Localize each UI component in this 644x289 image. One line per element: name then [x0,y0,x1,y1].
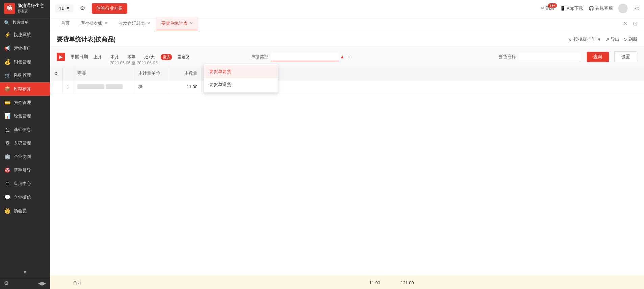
type-select-input[interactable] [271,53,339,61]
product-placeholder-2 [106,84,123,89]
date-btn-last-month[interactable]: 上月 [91,52,105,62]
print-button[interactable]: 🖨 按模板打印 ▼ [568,36,601,42]
app-center-icon: 📱 [4,180,11,187]
topbar-left: 41 ▼ ⚙ 体验行业方案 [55,3,127,14]
table-row: 1 块 11.00 [50,80,644,93]
refresh-button[interactable]: ↻ 刷新 [623,36,637,42]
industry-button[interactable]: 体验行业方案 [92,3,127,14]
sidebar-item-system[interactable]: ⚙ 系统管理 [0,136,50,150]
date-hot-more[interactable]: 更多 [161,54,172,60]
settings-icon[interactable]: ⚙ [4,280,9,286]
system-icon: ⚙ [4,140,11,147]
tab-home[interactable]: 首页 [55,17,75,30]
sidebar-scroll-down[interactable]: ▼ [0,268,50,277]
table-body: 1 块 11.00 [50,80,644,93]
th-qty: 主数量 [168,67,202,80]
sidebar-item-basic-info[interactable]: 🗂 基础信息 [0,123,50,136]
logo-text: 畅捷通好生意 标准版 [18,3,44,14]
type-select-arrow[interactable]: ▲ [340,54,345,59]
tab-order-summary[interactable]: 要货单统计表 ✕ [156,17,198,30]
tab-expand-icon[interactable]: ✕ [622,19,629,28]
settings-button[interactable]: 设置 [614,51,637,62]
tab-fullscreen-icon[interactable]: ⊡ [631,19,639,28]
print-expand-icon: ▼ [597,37,601,42]
page-title: 要货单统计表(按商品) [57,35,116,43]
filter-toggle-button[interactable]: ▶ [57,53,65,61]
td-index: 1 [63,80,73,93]
page-actions: 🖨 按模板打印 ▼ ↗ 导出 ↻ 刷新 [568,36,637,42]
table-footer-wrapper: 合计 11.00 121.00 [50,276,644,289]
sidebar-item-sales[interactable]: 💰 销售管理 [0,55,50,69]
th-empty [236,67,644,80]
app-download-button[interactable]: 📱 App下载 [560,5,583,12]
tab-batch-account[interactable]: 库存批次账 ✕ [75,17,113,30]
collapse-icon[interactable]: ◀▶ [38,280,46,286]
printer-icon: 🖨 [568,37,572,42]
date-range-display: 2023-05-06 至 2023-06-06 [110,60,158,66]
export-icon: ↗ [605,37,609,42]
operations-icon: 📊 [4,113,11,119]
filter-more-icon[interactable]: ··· [348,54,352,60]
tabs-left: 首页 库存批次账 ✕ 收发存汇总表 ✕ 要货单统计表 ✕ [55,17,198,30]
tab-close-order-summary[interactable]: ✕ [190,21,193,26]
sidebar: 畅 畅捷通好生意 标准版 🔍 搜索菜单 ⚡ 快捷导航 📢 营销推广 💰 销售管理… [0,0,50,289]
headset-icon: 🎧 [589,6,594,11]
filter-bar: ▶ 单据日期 上月 本月 本年 近7天 更多 自定义 2023-05-06 至 … [50,47,644,67]
topbar-gear-button[interactable]: ⚙ [77,3,88,14]
sidebar-item-app-center[interactable]: 📱 应用中心 [0,177,50,191]
sidebar-item-marketing[interactable]: 📢 营销推广 [0,42,50,55]
sidebar-item-finance[interactable]: 💳 资金管理 [0,96,50,109]
online-service-button[interactable]: 🎧 在线客服 [589,5,613,12]
message-button[interactable]: ✉ 消息 99+ [541,5,554,12]
data-table: ⚙ 商品 主计量单位 主数量 零售金额 1 [50,67,644,93]
page-content: 要货单统计表(按商品) 🖨 按模板打印 ▼ ↗ 导出 ↻ 刷新 [50,30,644,289]
dropdown-item-order-return[interactable]: 要货单退货 [204,78,278,91]
vip-icon: 👑 [4,207,11,214]
sidebar-item-vip[interactable]: 👑 畅会员 [0,204,50,218]
search-menu[interactable]: 🔍 搜索菜单 [0,17,50,28]
wechat-icon: 💬 [4,194,11,201]
tab-close-batch-account[interactable]: ✕ [104,21,108,26]
export-button[interactable]: ↗ 导出 [605,36,619,42]
inventory-icon: 📦 [4,86,11,92]
sidebar-item-purchase[interactable]: 🛒 采购管理 [0,69,50,82]
td-qty: 11.00 [168,80,202,93]
sidebar-nav: ⚡ 快捷导航 📢 营销推广 💰 销售管理 🛒 采购管理 📦 库存核算 💳 资金管… [0,28,50,268]
tab-close-send-receive[interactable]: ✕ [147,21,150,26]
store-selector[interactable]: 41 ▼ [55,4,73,12]
topbar: 41 ▼ ⚙ 体验行业方案 ✉ 消息 99+ 📱 App下载 🎧 在线客服 Ri… [50,0,644,17]
sidebar-item-inventory[interactable]: 📦 库存核算 [0,82,50,96]
td-unit: 块 [134,80,168,93]
th-settings[interactable]: ⚙ [50,67,63,80]
sidebar-bottom: ⚙ ◀▶ [0,277,50,289]
td-settings [50,80,63,93]
sidebar-item-operations[interactable]: 📊 经营管理 [0,109,50,123]
table-container: ⚙ 商品 主计量单位 主数量 零售金额 1 [50,67,644,93]
type-dropdown-container: ▲ 要货单要货 要货单退货 [271,53,344,61]
query-button[interactable]: 查询 [587,52,609,62]
logo-icon: 畅 [4,3,15,14]
warehouse-input[interactable] [519,53,581,61]
date-custom-btn[interactable]: 自定义 [175,53,192,61]
user-avatar[interactable] [618,4,628,13]
table-footer: 合计 11.00 121.00 [50,276,644,289]
tabs-right: ✕ ⊡ [622,19,639,28]
page-inner: 要货单统计表(按商品) 🖨 按模板打印 ▼ ↗ 导出 ↻ 刷新 [50,30,644,289]
username-label[interactable]: Rit [633,6,639,11]
page-header: 要货单统计表(按商品) 🖨 按模板打印 ▼ ↗ 导出 ↻ 刷新 [50,30,644,47]
th-unit: 主计量单位 [134,67,168,80]
guide-icon: 🎯 [4,167,11,174]
main-area: 41 ▼ ⚙ 体验行业方案 ✉ 消息 99+ 📱 App下载 🎧 在线客服 Ri… [50,0,644,289]
quick-nav-icon: ⚡ [4,31,11,38]
product-placeholder-1 [77,84,104,89]
sidebar-item-wechat[interactable]: 💬 企业微信 [0,191,50,204]
sidebar-item-enterprise[interactable]: 🏢 企业协同 [0,150,50,163]
tab-bar: 首页 库存批次账 ✕ 收发存汇总表 ✕ 要货单统计表 ✕ ✕ ⊡ [50,17,644,30]
tab-send-receive[interactable]: 收发存汇总表 ✕ [113,17,156,30]
table-header-row: ⚙ 商品 主计量单位 主数量 零售金额 [50,67,644,80]
sidebar-item-guide[interactable]: 🎯 新手引导 [0,163,50,177]
dropdown-item-order-goods[interactable]: 要货单要货 [204,65,278,78]
footer-qty: 11.00 [351,280,384,285]
sidebar-item-quick-nav[interactable]: ⚡ 快捷导航 [0,28,50,42]
message-icon: ✉ [541,6,544,11]
